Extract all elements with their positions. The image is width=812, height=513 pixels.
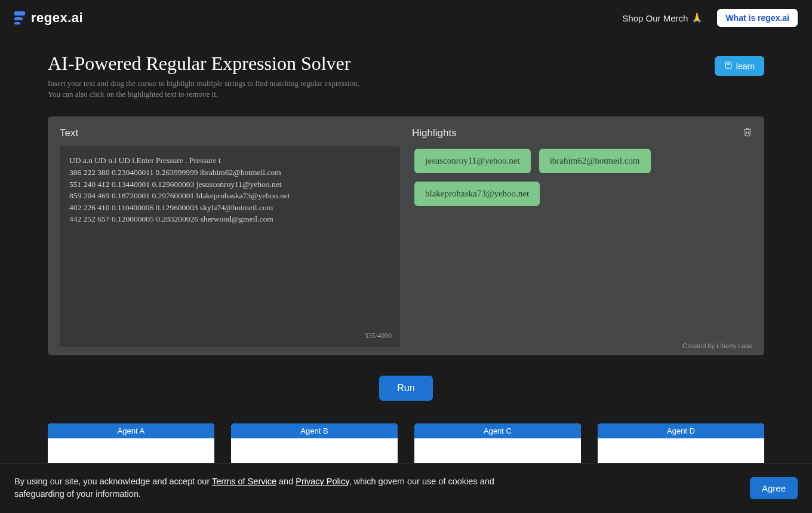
text-content: UD a.n UD n.l UD l.Enter Pressure . Pres… xyxy=(69,155,390,225)
agent-header: Agent D xyxy=(598,423,764,438)
what-is-button[interactable]: What is regex.ai xyxy=(717,9,798,27)
editor-card: Text UD a.n UD n.l UD l.Enter Pressure .… xyxy=(48,116,764,355)
run-button[interactable]: Run xyxy=(379,376,432,401)
text-column-header: Text xyxy=(60,127,400,139)
shop-merch-link[interactable]: Shop Our Merch 🙏 xyxy=(622,13,703,23)
agent-header: Agent A xyxy=(48,423,214,438)
title-section: AI-Powered Regular Expression Solver Ins… xyxy=(0,36,812,100)
highlight-chip-list: jesusconroy11@yehoo.net ibrahim62@hotmei… xyxy=(412,146,752,208)
learn-label: learn xyxy=(736,62,755,71)
char-count: 335/4000 xyxy=(365,331,392,341)
pray-icon: 🙏 xyxy=(691,13,703,23)
learn-button[interactable]: learn xyxy=(715,56,764,76)
terms-link[interactable]: Terms of Service xyxy=(212,477,276,486)
book-icon xyxy=(724,61,733,71)
brand-logo[interactable]: regex.ai xyxy=(14,10,83,26)
text-column: Text UD a.n UD n.l UD l.Enter Pressure .… xyxy=(60,127,400,347)
text-input-area[interactable]: UD a.n UD n.l UD l.Enter Pressure . Pres… xyxy=(60,146,400,347)
subtitle-line-2: You can also click on the highlighted te… xyxy=(48,89,715,100)
credit-text: Created by Liberty Labs xyxy=(682,342,752,349)
highlights-column: Highlights jesusconroy11@yehoo.net ibrah… xyxy=(412,127,752,347)
highlight-chip[interactable]: ibrahim62@hotmeil.com xyxy=(539,149,651,173)
highlights-column-header: Highlights xyxy=(412,127,457,139)
consent-text: By using our site, you acknowledge and a… xyxy=(14,475,540,502)
logo-icon xyxy=(14,11,25,24)
highlight-chip[interactable]: jesusconroy11@yehoo.net xyxy=(414,149,531,173)
clear-highlights-button[interactable] xyxy=(743,127,752,139)
agent-row: Agent A Agent B Agent C Agent D xyxy=(0,401,812,471)
privacy-link[interactable]: Privacy Policy xyxy=(296,477,349,486)
consent-prefix: By using our site, you acknowledge and a… xyxy=(14,477,212,486)
consent-bar: By using our site, you acknowledge and a… xyxy=(0,463,812,514)
trash-icon xyxy=(743,128,752,139)
agree-button[interactable]: Agree xyxy=(750,477,798,499)
highlight-chip[interactable]: blakeprohaska73@yehoo.net xyxy=(414,182,540,206)
agent-header: Agent C xyxy=(414,423,581,438)
page-title: AI-Powered Regular Expression Solver xyxy=(48,53,715,75)
agent-header: Agent B xyxy=(231,423,398,438)
subtitle-line-1: Insert your text and drag the cursor to … xyxy=(48,78,715,89)
header-bar: regex.ai Shop Our Merch 🙏 What is regex.… xyxy=(0,0,812,36)
consent-and: and xyxy=(276,477,296,486)
shop-merch-label: Shop Our Merch xyxy=(622,13,688,23)
brand-name: regex.ai xyxy=(31,10,83,26)
